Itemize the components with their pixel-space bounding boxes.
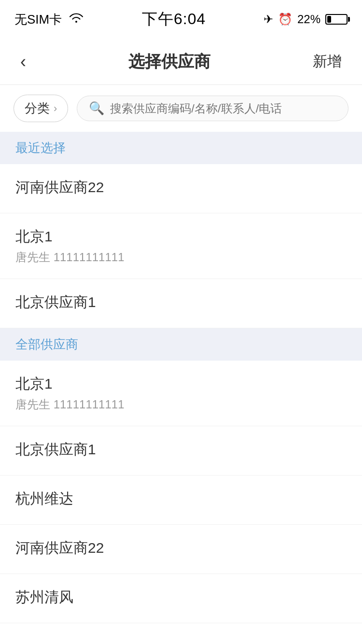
- nav-bar: ‹ 选择供应商 新增: [0, 39, 362, 85]
- carrier-label: 无SIM卡: [14, 11, 62, 28]
- status-right: ✈ ⏰ 22%: [264, 13, 348, 26]
- location-icon: ✈: [264, 13, 273, 26]
- item-name: 北京1: [15, 374, 347, 394]
- item-name: 河南供应商22: [15, 538, 347, 558]
- item-name: 河南供应商22: [15, 178, 347, 197]
- back-button[interactable]: ‹: [15, 47, 31, 77]
- item-name: 北京1: [15, 227, 347, 247]
- search-input[interactable]: [110, 102, 336, 115]
- sections-container: 最近选择河南供应商22北京1唐先生 11111111111北京供应商1全部供应商…: [0, 132, 362, 623]
- battery-percent: 22%: [297, 13, 320, 26]
- status-left: 无SIM卡: [14, 11, 84, 28]
- item-name: 北京供应商1: [15, 440, 347, 460]
- status-bar: 无SIM卡 下午6:04 ✈ ⏰ 22%: [0, 0, 362, 39]
- category-filter-button[interactable]: 分类 ›: [14, 95, 68, 122]
- status-time: 下午6:04: [142, 9, 206, 30]
- category-label: 分类: [25, 100, 50, 117]
- wifi-icon: [69, 12, 84, 27]
- search-icon: 🔍: [89, 101, 104, 116]
- section-header-all: 全部供应商: [0, 328, 362, 361]
- list-item[interactable]: 北京供应商1: [0, 279, 362, 328]
- list-item[interactable]: 河南供应商22: [0, 525, 362, 574]
- list-item[interactable]: 北京供应商1: [0, 426, 362, 476]
- list-item[interactable]: 北京1唐先生 11111111111: [0, 213, 362, 279]
- list-item[interactable]: 河南供应商22: [0, 164, 362, 213]
- item-sub: 唐先生 11111111111: [15, 397, 347, 412]
- add-button[interactable]: 新增: [308, 47, 347, 76]
- item-sub: 唐先生 11111111111: [15, 250, 347, 265]
- list-item[interactable]: 北京1唐先生 11111111111: [0, 361, 362, 426]
- page-title: 选择供应商: [31, 51, 308, 73]
- alarm-icon: ⏰: [278, 13, 292, 26]
- item-name: 杭州维达: [15, 489, 347, 509]
- item-name: 苏州清风: [15, 588, 347, 607]
- section-header-recent: 最近选择: [0, 132, 362, 164]
- battery-icon: [325, 14, 348, 25]
- search-box: 🔍: [77, 96, 348, 121]
- list-item[interactable]: 杭州维达: [0, 476, 362, 525]
- chevron-right-icon: ›: [54, 102, 57, 115]
- list-item[interactable]: 苏州清风: [0, 574, 362, 623]
- item-name: 北京供应商1: [15, 293, 347, 312]
- filter-bar: 分类 › 🔍: [0, 85, 362, 132]
